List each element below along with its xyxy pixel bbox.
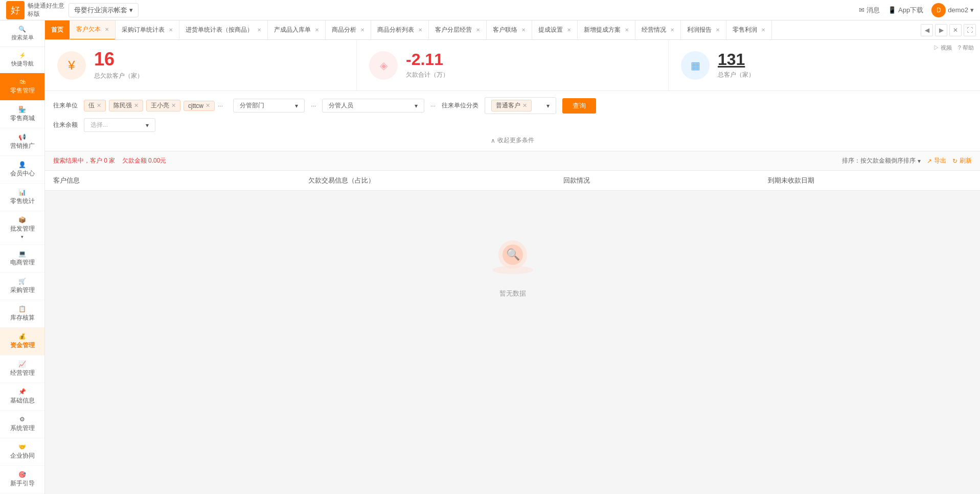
sidebar-item-system[interactable]: ⚙ 系统管理 — [0, 411, 44, 438]
remove-tag-wang[interactable]: ✕ — [171, 102, 176, 109]
filter-label-balance: 往来余额 — [53, 121, 78, 129]
message-icon: ✉ — [859, 6, 864, 14]
search-icon: 🔍 — [18, 26, 26, 33]
filter-tags-class: 普通客户 ✕ — [491, 100, 532, 111]
sidebar-item-nav[interactable]: ⚡ 快捷导航 — [0, 47, 44, 73]
video-link[interactable]: ▷ 视频 — [933, 44, 952, 52]
collapse-btn[interactable]: ∧ 收起更多条件 — [53, 136, 972, 145]
filter-row-2: 往来余额 选择... ▾ — [53, 118, 972, 132]
app-download-btn[interactable]: 📱 App下载 — [888, 6, 923, 15]
sidebar-item-wholesale[interactable]: 📦 批发管理 ▾ — [0, 211, 44, 245]
tab-close-product[interactable]: ✕ — [315, 27, 319, 33]
stat-number-debt: -2.11 — [406, 51, 449, 68]
sort-select[interactable]: 排序：按欠款金额倒序排序 ▾ — [842, 156, 921, 165]
avatar: D — [931, 3, 946, 17]
account-selector[interactable]: 母婴行业演示帐套 ▾ — [69, 3, 139, 17]
remove-tag-chen[interactable]: ✕ — [134, 102, 139, 109]
tab-product[interactable]: 产成品入库单 ✕ — [268, 20, 326, 40]
sidebar-item-finance[interactable]: 💰 资金管理 — [0, 328, 44, 355]
tab-debt[interactable]: 客户欠本 ✕ — [70, 20, 116, 40]
retail-icon: 🛍 — [19, 78, 26, 85]
sidebar-item-collab[interactable]: 🤝 企业协同 — [0, 438, 44, 466]
filter-tags-unit: 伍 ✕ 陈民强 ✕ 王小亮 ✕ — [84, 100, 223, 111]
sidebar-item-purchase[interactable]: 🛒 采购管理 — [0, 273, 44, 300]
sidebar-item-ecommerce[interactable]: 💻 电商管理 — [0, 245, 44, 273]
tab-profit[interactable]: 利润报告 ✕ — [681, 20, 726, 40]
tab-prev-btn[interactable]: ◀ — [921, 24, 933, 36]
tab-close-retail-profit[interactable]: ✕ — [761, 27, 765, 33]
tab-retail-profit[interactable]: 零售利润 ✕ — [726, 20, 772, 40]
tab-inbound[interactable]: 进货单统计表（按商品） ✕ — [179, 20, 268, 40]
filter-dept-select[interactable]: 分管部门 ▾ — [233, 99, 305, 113]
tab-operation[interactable]: 经营情况 ✕ — [635, 20, 681, 40]
tab-home[interactable]: 首页 — [45, 20, 70, 40]
tab-purchase[interactable]: 采购订单统计表 ✕ — [116, 20, 179, 40]
tab-close-commission[interactable]: ✕ — [567, 27, 571, 33]
stat-card-total: ▦ 131 总客户（家） ▷ 视频 ? 帮助 — [669, 40, 980, 91]
tab-close-purchase[interactable]: ✕ — [169, 27, 173, 33]
filter-tag-wu: 伍 ✕ — [84, 100, 106, 111]
query-button[interactable]: 查询 — [562, 98, 596, 114]
tab-close-debt[interactable]: ✕ — [105, 27, 109, 32]
remove-tag-normal[interactable]: ✕ — [522, 102, 527, 109]
tab-customer-layer[interactable]: 客户分层经营 ✕ — [429, 20, 487, 40]
filter-more-btn[interactable]: ··· — [218, 102, 223, 109]
sidebar-item-mall[interactable]: 🏪 零售商城 — [0, 101, 44, 128]
tab-close-customer-layer[interactable]: ✕ — [476, 27, 480, 33]
remove-tag-cjttcw[interactable]: ✕ — [206, 102, 210, 109]
filter-tag-normal: 普通客户 ✕ — [491, 100, 532, 111]
sidebar-search[interactable]: 🔍 搜索菜单 — [0, 20, 44, 47]
tab-close-analysis-list[interactable]: ✕ — [418, 27, 422, 33]
refresh-btn[interactable]: ↻ 刷新 — [952, 156, 972, 165]
tab-commission[interactable]: 提成设置 ✕ — [532, 20, 578, 40]
svg-text:🔍: 🔍 — [506, 248, 520, 261]
sidebar-item-member[interactable]: 👤 会员中心 — [0, 156, 44, 184]
sidebar-item-guide[interactable]: 🎯 新手引导 — [0, 466, 44, 493]
sidebar-item-basic[interactable]: 📌 基础信息 — [0, 383, 44, 411]
tab-close-analysis[interactable]: ✕ — [360, 27, 364, 33]
remove-tag-wu[interactable]: ✕ — [97, 102, 101, 109]
page-content: ¥ 16 总欠款客户（家） ◈ -2.11 欠款合计（万） — [45, 40, 980, 494]
sidebar-item-marketing[interactable]: 📢 营销推广 — [0, 128, 44, 156]
topbar: 好 畅捷通好生意 标版 母婴行业演示帐套 ▾ ✉ 消息 📱 App下载 D — [0, 0, 980, 20]
nav-icon: ⚡ — [19, 52, 26, 59]
stat-help-links: ▷ 视频 ? 帮助 — [933, 44, 974, 52]
tab-close-all-btn[interactable]: ✕ — [949, 24, 962, 36]
sidebar-item-retail-stat[interactable]: 📊 零售统计 — [0, 184, 44, 211]
tab-new-commission[interactable]: 新增提成方案 ✕ — [578, 20, 635, 40]
tabbar: 首页 客户欠本 ✕ 采购订单统计表 ✕ 进货单统计表（按商品） ✕ 产成品入库单… — [45, 20, 980, 40]
col-header-date: 到期未收款日期 — [768, 176, 972, 185]
sidebar-item-inventory[interactable]: 📋 库存核算 — [0, 300, 44, 328]
tab-close-operation[interactable]: ✕ — [670, 27, 674, 33]
export-btn[interactable]: ↗ 导出 — [927, 156, 946, 165]
filter-person-select[interactable]: 分管人员 ▾ — [322, 99, 424, 113]
filter-class-select[interactable]: 普通客户 ✕ ▾ — [485, 97, 556, 114]
tab-close-new-commission[interactable]: ✕ — [625, 27, 629, 33]
tab-next-btn[interactable]: ▶ — [935, 24, 947, 36]
tab-fullscreen-btn[interactable]: ⛶ — [964, 24, 976, 36]
operation-icon: 📈 — [18, 361, 26, 368]
tab-analysis-list[interactable]: 商品分析列表 ✕ — [371, 20, 429, 40]
collab-icon: 🤝 — [18, 443, 26, 451]
sidebar-item-operation[interactable]: 📈 经营管理 — [0, 355, 44, 383]
sidebar: 🔍 搜索菜单 ⚡ 快捷导航 🛍 零售管理 🏪 零售商城 📢 营销推广 👤 — [0, 20, 45, 494]
sidebar-item-retail[interactable]: 🛍 零售管理 — [0, 73, 44, 101]
tab-close-profit[interactable]: ✕ — [716, 27, 720, 33]
filter-area: 往来单位 伍 ✕ 陈民强 ✕ 王小亮 — [45, 91, 980, 151]
message-btn[interactable]: ✉ 消息 — [859, 6, 880, 15]
chevron-down-icon: ▾ — [546, 102, 550, 109]
logo-text: 畅捷通好生意 标版 — [28, 2, 64, 18]
tab-analysis[interactable]: 商品分析 ✕ — [326, 20, 371, 40]
tab-close-customer-contact[interactable]: ✕ — [521, 27, 526, 33]
filter-more-person[interactable]: ··· — [430, 102, 436, 109]
chevron-up-icon: ∧ — [491, 137, 495, 144]
stat-icon-customers: ¥ — [57, 51, 86, 80]
filter-row-1: 往来单位 伍 ✕ 陈民强 ✕ 王小亮 — [53, 97, 972, 114]
filter-balance-select[interactable]: 选择... ▾ — [84, 118, 155, 132]
tab-customer-contact[interactable]: 客户联络 ✕ — [487, 20, 532, 40]
user-menu[interactable]: D demo2 ▾ — [931, 3, 974, 17]
tab-close-inbound[interactable]: ✕ — [257, 27, 261, 33]
help-link[interactable]: ? 帮助 — [958, 44, 974, 52]
filter-label-unit: 往来单位 — [53, 101, 78, 110]
filter-more-dept[interactable]: ··· — [311, 102, 316, 109]
